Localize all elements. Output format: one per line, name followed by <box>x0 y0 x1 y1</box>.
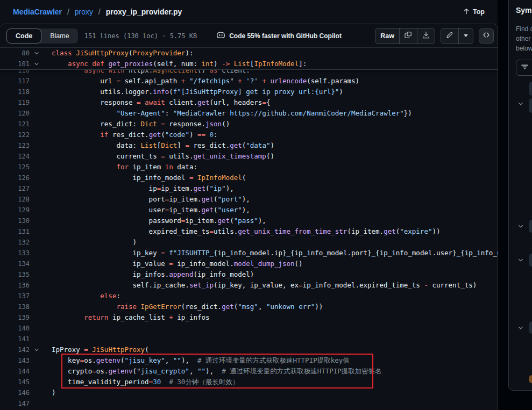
code-line: 80class JiSuHttpProxy(ProxyProvider): <box>0 48 498 59</box>
line-number[interactable]: 144 <box>0 366 30 377</box>
line-number[interactable]: 137 <box>0 291 30 301</box>
edit-dropdown-button[interactable] <box>458 28 473 44</box>
line-number[interactable]: 120 <box>0 108 30 119</box>
line-number[interactable]: 134 <box>0 258 30 269</box>
fold-gutter <box>31 183 42 194</box>
line-number[interactable]: 133 <box>0 248 30 258</box>
line-number[interactable]: 126 <box>0 172 30 183</box>
code-text: async def get_proxies(self, num: int) ->… <box>52 59 498 69</box>
code-text: response = await client.get(url, headers… <box>52 97 498 108</box>
code-line: 141 <box>0 334 498 344</box>
fold-gutter <box>31 119 42 130</box>
line-number[interactable]: 139 <box>0 312 30 323</box>
fold-gutter <box>31 237 42 248</box>
back-to-top-button[interactable]: Top <box>459 4 488 19</box>
tab-blame[interactable]: Blame <box>41 28 77 44</box>
line-number[interactable]: 127 <box>0 183 30 194</box>
symbol-item[interactable] <box>529 321 532 334</box>
download-button[interactable] <box>417 28 435 44</box>
code-text: utils.logger.info(f"[JiSuHttpProxy] get … <box>52 87 498 97</box>
line-number[interactable]: 132 <box>0 237 30 248</box>
code-line: 128 port=ip_item.get("port"), <box>0 194 498 205</box>
code-line: 119 response = await client.get(url, hea… <box>0 97 498 108</box>
line-number[interactable]: 140 <box>0 323 30 334</box>
symbols-panel-title: Symbols <box>516 6 532 15</box>
fold-gutter <box>31 355 42 366</box>
fold-gutter <box>31 172 42 183</box>
code-text: return ip_cache_list + ip_infos <box>52 312 498 323</box>
line-number[interactable]: 119 <box>0 97 30 108</box>
code-text: if res_dict.get("code") == 0: <box>52 130 498 140</box>
symbols-filter-button[interactable] <box>516 60 532 76</box>
code-line: 120 "User-Agent": "MediaCrawler https://… <box>0 108 498 119</box>
chevron-down-icon[interactable] <box>517 256 524 265</box>
symbols-toggle-button[interactable] <box>479 28 494 44</box>
code-text: password=ip_item.get("pass"), <box>52 215 498 226</box>
code-text: url = self.api_path + "/fetchips" + '?' … <box>52 76 498 87</box>
line-number[interactable]: 121 <box>0 119 30 130</box>
line-number[interactable]: 122 <box>0 130 30 140</box>
code-text: ip=ip_item.get("ip"), <box>52 183 498 194</box>
copilot-icon <box>216 31 225 41</box>
code-line: 138 raise IpGetError(res_dict.get("msg",… <box>0 301 498 312</box>
line-number[interactable]: 131 <box>0 226 30 237</box>
code-line: 145 time_validity_period=30 # 30分钟（最长时效） <box>0 377 498 387</box>
line-number[interactable]: 145 <box>0 377 30 387</box>
line-number[interactable]: 147 <box>0 398 30 409</box>
chevron-down-icon[interactable] <box>517 222 524 232</box>
line-number[interactable]: 128 <box>0 194 30 205</box>
line-number[interactable]: 118 <box>0 87 30 97</box>
line-number[interactable]: 80 <box>0 48 30 59</box>
line-number[interactable]: 123 <box>0 140 30 151</box>
tab-code[interactable]: Code <box>6 28 41 44</box>
code-line: 130 password=ip_item.get("pass"), <box>0 215 498 226</box>
fold-chevron-icon[interactable] <box>31 59 42 69</box>
symbol-item[interactable] <box>529 254 532 267</box>
fold-gutter <box>31 323 42 334</box>
breadcrumb-repo-link[interactable]: MediaCrawler <box>13 8 62 16</box>
raw-button[interactable]: Raw <box>375 28 399 44</box>
fold-gutter <box>31 162 42 172</box>
breadcrumb-folder-link[interactable]: proxy <box>75 8 93 16</box>
code-blame-switcher: Code Blame <box>6 28 78 44</box>
code-text: ip_value = ip_info_model.model_dump_json… <box>52 258 498 269</box>
line-number[interactable]: 125 <box>0 162 30 172</box>
code-brackets-icon <box>483 31 490 40</box>
fold-gutter <box>31 248 42 258</box>
symbol-item[interactable] <box>529 220 532 233</box>
line-number[interactable]: 141 <box>0 334 30 344</box>
chevron-down-icon[interactable] <box>517 99 524 109</box>
code-text: time_validity_period=30 # 30分钟（最长时效） <box>52 377 498 387</box>
code-text: self.ip_cache.set_ip(ip_key, ip_value, e… <box>52 280 498 291</box>
line-number[interactable]: 143 <box>0 355 30 366</box>
code-line: 137 else: <box>0 291 498 301</box>
fold-chevron-icon[interactable] <box>31 344 42 355</box>
chevron-down-icon[interactable] <box>517 323 524 333</box>
fold-gutter <box>31 76 42 87</box>
edit-button[interactable] <box>441 28 458 44</box>
line-number[interactable]: 135 <box>0 269 30 280</box>
breadcrumb-separator: / <box>67 8 69 16</box>
download-icon <box>422 31 430 40</box>
sticky-scope-header: 80class JiSuHttpProxy(ProxyProvider):101… <box>0 48 498 70</box>
fold-gutter <box>31 130 42 140</box>
copy-button[interactable] <box>399 28 417 44</box>
code-line: 143 key=os.getenv("jisu_key", ""), # 通过环… <box>0 355 498 366</box>
line-number[interactable]: 101 <box>0 59 30 69</box>
fold-chevron-icon[interactable] <box>31 48 42 59</box>
line-number[interactable]: 124 <box>0 151 30 162</box>
line-number[interactable]: 136 <box>0 280 30 291</box>
symbol-item[interactable] <box>529 98 532 113</box>
fold-gutter <box>31 108 42 119</box>
symbol-item-highlighted[interactable] <box>529 375 532 383</box>
line-number[interactable]: 138 <box>0 301 30 312</box>
line-number[interactable]: 146 <box>0 387 30 398</box>
fold-gutter <box>31 387 42 398</box>
code-line: 140 <box>0 323 498 334</box>
symbol-item[interactable] <box>529 82 532 96</box>
line-number[interactable]: 117 <box>0 76 30 87</box>
code-lines: 116 async with httpx.AsyncClient() as cl… <box>0 65 498 409</box>
line-number[interactable]: 130 <box>0 215 30 226</box>
line-number[interactable]: 129 <box>0 205 30 215</box>
line-number[interactable]: 142 <box>0 344 30 355</box>
